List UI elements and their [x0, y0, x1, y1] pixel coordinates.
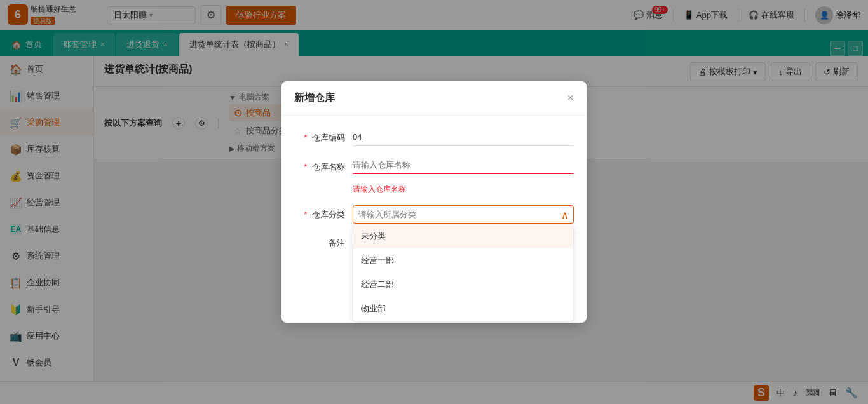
- category-dropdown-wrap: ∧ 未分类 经营一部 经营二部 物业部: [353, 205, 574, 224]
- warehouse-name-input[interactable]: [353, 156, 574, 174]
- dropdown-option-dept2[interactable]: 经营二部: [353, 273, 573, 297]
- required-star3: *: [304, 210, 307, 219]
- warehouse-category-label: * 仓库分类: [294, 205, 345, 220]
- modal-new-warehouse: 新增仓库 × * 仓库编码 * 仓库名称: [281, 81, 587, 323]
- required-star2: *: [304, 162, 307, 172]
- required-star: *: [304, 133, 307, 142]
- modal-overlay[interactable]: 新增仓库 × * 仓库编码 * 仓库名称: [0, 0, 868, 404]
- warehouse-name-label: * 仓库名称: [294, 158, 345, 173]
- warehouse-category-input[interactable]: [353, 205, 574, 224]
- dropdown-arrow-icon: ∧: [561, 208, 569, 220]
- category-dropdown-list: 未分类 经营一部 经营二部 物业部: [353, 224, 574, 321]
- form-row-code: * 仓库编码: [294, 128, 574, 146]
- error-message: 请输入仓库名称: [294, 183, 406, 195]
- notes-label: 备注: [294, 234, 345, 249]
- warehouse-code-label: * 仓库编码: [294, 128, 345, 144]
- modal-close-button[interactable]: ×: [567, 91, 574, 105]
- dropdown-option-property[interactable]: 物业部: [353, 297, 573, 321]
- warehouse-code-input[interactable]: [353, 128, 574, 146]
- dropdown-option-uncategorized[interactable]: 未分类: [353, 224, 573, 248]
- dropdown-option-dept1[interactable]: 经营一部: [353, 248, 573, 273]
- form-row-name: * 仓库名称 请输入仓库名称: [294, 156, 574, 195]
- modal-header: 新增仓库 ×: [281, 81, 587, 116]
- error-tip: 请输入仓库名称: [353, 185, 406, 194]
- warehouse-name-input-wrap: [353, 156, 574, 174]
- modal-body: * 仓库编码 * 仓库名称 请输入仓库名称: [281, 116, 587, 288]
- modal-title: 新增仓库: [294, 91, 335, 105]
- form-row-category: * 仓库分类 ∧ 未分类 经营一部 经营二部: [294, 205, 574, 224]
